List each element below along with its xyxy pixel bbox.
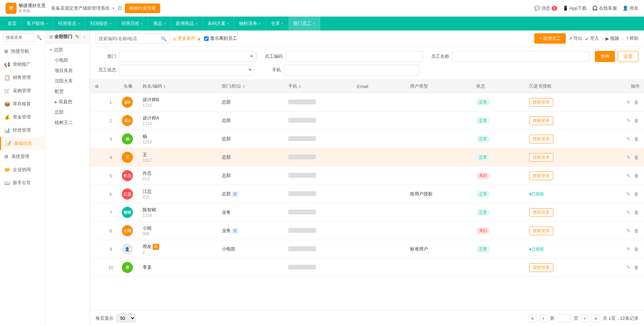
edit-icon[interactable]: ✎	[626, 191, 631, 197]
trial-button[interactable]: 体验行业方案	[125, 3, 160, 13]
sidebar-item-marketing[interactable]: 📢 营销推广	[0, 58, 45, 71]
message-button[interactable]: 💬 消息 5	[534, 5, 557, 11]
show-former-checkbox[interactable]: 显示离职员工	[204, 35, 237, 42]
emp-code-input[interactable]	[285, 51, 423, 62]
authorize-login-button[interactable]: 授权登录	[529, 153, 553, 162]
tab-goods-close[interactable]: ×	[164, 21, 166, 26]
sidebar-item-finance[interactable]: 💰 资金管理	[0, 111, 45, 124]
dept-node-shenyang[interactable]: 沈阳大库	[45, 76, 90, 86]
tab-operation[interactable]: 经营情况×	[53, 17, 85, 30]
import-button[interactable]: ↙ 导入	[585, 35, 599, 42]
sort-name[interactable]: 姓名/编码 ⇅	[143, 83, 166, 89]
sidebar-item-collab[interactable]: 🤝 企业协同	[0, 163, 45, 176]
tab-profit[interactable]: 利润报告×	[85, 17, 117, 30]
authorize-login-button[interactable]: 授权登录	[529, 208, 553, 217]
edit-icon[interactable]: ✎	[626, 118, 631, 123]
dept-node-small-elec[interactable]: 小电部	[45, 55, 90, 65]
delete-icon[interactable]: 🗑	[634, 155, 639, 160]
edit-icon[interactable]: ✎	[626, 173, 631, 178]
dept-edit-icon[interactable]: ✎	[74, 33, 81, 40]
set-button[interactable]: 设置	[618, 51, 638, 62]
first-page-button[interactable]: «	[528, 315, 537, 322]
sidebar-item-guide[interactable]: 📖 新手引导	[0, 176, 45, 190]
add-employee-button[interactable]: + 新增员工	[534, 33, 566, 44]
sidebar-item-basic[interactable]: 📝 基础信息	[0, 137, 45, 150]
page-number-input[interactable]: 1	[557, 314, 571, 322]
dept-select[interactable]	[119, 51, 256, 62]
phone-input[interactable]	[284, 65, 419, 75]
tab-add-goods[interactable]: 新增商品×	[171, 17, 202, 30]
delete-icon[interactable]: 🗑	[634, 210, 639, 215]
sidebar-item-stock[interactable]: 📦 库存核算	[0, 97, 45, 111]
dept-node-plant-king[interactable]: 植树王二	[45, 117, 90, 128]
th-name[interactable]: 姓名/编码 ⇅	[138, 80, 218, 93]
search-input[interactable]	[3, 33, 35, 42]
tab-history[interactable]: 经营历程×	[117, 17, 148, 30]
edit-icon[interactable]: ✎	[626, 155, 631, 160]
dept-node-dual-dream[interactable]: ▶ 双庭想	[45, 97, 90, 107]
tab-bom[interactable]: 物料清单×	[234, 17, 266, 30]
tab-home[interactable]: 首页	[3, 17, 22, 30]
online-service-button[interactable]: 🎧 在线客服	[592, 5, 617, 11]
delete-icon[interactable]: 🗑	[634, 136, 639, 142]
tab-profit-close[interactable]: ×	[109, 21, 111, 26]
authorize-login-button[interactable]: 授权登录	[529, 171, 553, 180]
sidebar-item-operation[interactable]: 📊 经营管理	[0, 124, 45, 137]
sidebar-item-quick-nav[interactable]: ⊞ 快捷导航	[0, 45, 45, 58]
tab-dept-employee[interactable]: 部门员工×	[289, 17, 320, 30]
th-phone[interactable]: 手机 ⇅	[284, 80, 353, 93]
edit-icon[interactable]: ✎	[626, 246, 631, 252]
tab-warehouse[interactable]: 仓库×	[266, 17, 289, 30]
sort-dept[interactable]: 部门/职位 ⇅	[222, 83, 245, 89]
tab-barcode-close[interactable]: ×	[227, 21, 229, 26]
last-page-button[interactable]: »	[591, 315, 600, 322]
delete-icon[interactable]: 🗑	[634, 246, 639, 252]
sidebar-item-sales[interactable]: 📋 销售管理	[0, 71, 45, 84]
sort-phone[interactable]: 手机 ⇅	[288, 83, 301, 89]
prev-page-button[interactable]: ‹	[539, 315, 547, 322]
dept-node-headquarters[interactable]: ▼ 总部	[45, 45, 90, 55]
tab-goods[interactable]: 商品×	[148, 17, 171, 30]
th-settings[interactable]: ⚙	[90, 80, 104, 93]
system-title-chevron[interactable]: ▾	[112, 6, 115, 11]
authorize-login-button[interactable]: 授权登录	[529, 98, 553, 107]
tab-customer[interactable]: 客户联络×	[22, 17, 53, 30]
video-button[interactable]: ▶ 视频	[606, 35, 619, 42]
authorize-login-button[interactable]: 授权登录	[529, 227, 553, 235]
delete-icon[interactable]: 🗑	[634, 191, 639, 197]
dept-node-project-room[interactable]: 项目库房	[45, 65, 90, 76]
sidebar-item-system[interactable]: ⚙ 系统管理	[0, 150, 45, 163]
dept-node-distribution[interactable]: 配货	[45, 86, 90, 97]
user-menu[interactable]: 👤 用友	[623, 5, 638, 11]
collapse-button[interactable]: «	[83, 34, 85, 39]
delete-icon[interactable]: 🗑	[634, 228, 639, 234]
next-page-button[interactable]: ›	[581, 315, 589, 322]
edit-icon[interactable]: ✎	[626, 265, 631, 270]
tab-barcode[interactable]: 条码方案×	[203, 17, 234, 30]
delete-icon[interactable]: 🗑	[634, 118, 639, 123]
show-former-input[interactable]	[204, 36, 209, 41]
tab-customer-close[interactable]: ×	[46, 21, 48, 26]
more-filter-button[interactable]: ⊿ 更多条件 ▲	[172, 35, 201, 42]
help-button[interactable]: ? 帮助	[626, 35, 638, 42]
emp-name-input[interactable]	[452, 51, 589, 62]
per-page-select[interactable]: 50 100	[116, 314, 136, 323]
delete-icon[interactable]: 🗑	[634, 99, 639, 105]
edit-icon[interactable]: ✎	[626, 136, 631, 142]
edit-icon[interactable]: ✎	[626, 210, 631, 215]
tab-operation-close[interactable]: ×	[78, 21, 80, 26]
edit-icon[interactable]: ✎	[626, 99, 631, 105]
tab-bom-close[interactable]: ×	[258, 21, 261, 26]
tab-dept-employee-close[interactable]: ×	[313, 21, 315, 26]
authorize-login-button[interactable]: 授权登录	[529, 116, 553, 125]
delete-icon[interactable]: 🗑	[634, 265, 639, 270]
query-button[interactable]: 查询	[595, 51, 615, 62]
authorize-login-button[interactable]: 授权登录	[529, 263, 553, 272]
settings-gear-icon[interactable]: ⚙	[117, 5, 122, 11]
emp-status-select[interactable]	[119, 65, 255, 75]
tab-add-goods-close[interactable]: ×	[195, 21, 197, 26]
authorize-login-button[interactable]: 授权登录	[529, 135, 553, 143]
dept-node-hq-main[interactable]: 总部	[45, 107, 90, 117]
export-button[interactable]: ↗ 导出	[569, 35, 582, 42]
app-download-button[interactable]: 📱 App下载	[563, 5, 587, 11]
